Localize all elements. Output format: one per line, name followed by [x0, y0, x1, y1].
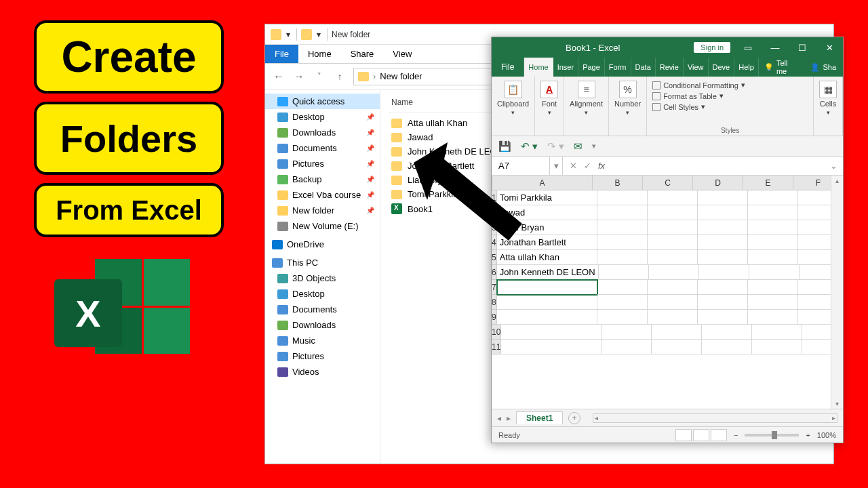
grid-row[interactable]: 4Jonathan Bartlett	[492, 235, 843, 250]
cell[interactable]	[652, 340, 702, 354]
cell[interactable]	[748, 250, 798, 265]
enter-formula-icon[interactable]: ✓	[584, 161, 591, 171]
grid-row[interactable]: 5Atta ullah Khan	[492, 250, 843, 265]
qat-dropdown-icon[interactable]: ▾	[592, 142, 596, 150]
mail-icon[interactable]: ✉	[574, 140, 583, 152]
sidebar-item-3dobjects[interactable]: 3D Objects	[265, 270, 380, 286]
row-header[interactable]: 10	[492, 325, 501, 340]
tab-formulas[interactable]: Form	[605, 58, 631, 77]
cell[interactable]	[648, 220, 698, 235]
tellme-search[interactable]: 💡Tell me	[759, 58, 804, 77]
cell[interactable]	[599, 265, 649, 280]
name-box-dropdown-icon[interactable]: ▾	[550, 161, 562, 171]
cells-button[interactable]: ▦Cells▾	[819, 81, 837, 116]
cell[interactable]	[698, 220, 748, 235]
tab-home[interactable]: Home	[524, 58, 553, 77]
grid-row[interactable]: 11	[492, 340, 843, 354]
tab-help[interactable]: Help	[734, 58, 759, 77]
column-header[interactable]: B	[593, 176, 643, 190]
row-header[interactable]: 6	[492, 265, 497, 280]
nav-recent-icon[interactable]: ˅	[313, 72, 326, 81]
row-header[interactable]: 11	[492, 340, 501, 354]
cell[interactable]	[698, 295, 748, 310]
close-icon[interactable]: ✕	[816, 37, 843, 58]
nav-up-icon[interactable]: ↑	[333, 71, 347, 82]
cell[interactable]	[597, 235, 648, 250]
tab-view[interactable]: View	[684, 58, 709, 77]
tab-page[interactable]: Page	[578, 58, 605, 77]
sheet-nav-next-icon[interactable]: ▸	[507, 413, 511, 423]
sidebar-item-documents[interactable]: Documents📌	[265, 140, 380, 156]
cell[interactable]	[648, 235, 698, 250]
redo-icon[interactable]: ↷ ▾	[547, 140, 564, 152]
cell[interactable]	[648, 280, 698, 295]
cell[interactable]	[597, 280, 648, 295]
nav-back-icon[interactable]: ←	[272, 70, 285, 83]
save-icon[interactable]: 💾	[498, 140, 511, 152]
cell[interactable]: Jonathan Bartlett	[497, 235, 597, 250]
grid-row[interactable]: 10	[492, 325, 843, 340]
tab-file[interactable]: File	[492, 58, 524, 77]
sidebar-item-videos[interactable]: Videos	[265, 364, 380, 380]
cell[interactable]	[749, 265, 800, 280]
column-header[interactable]: C	[643, 176, 693, 190]
number-button[interactable]: %Number▾	[614, 81, 641, 116]
sidebar-item-music[interactable]: Music	[265, 333, 380, 348]
tab-data[interactable]: Data	[631, 58, 656, 77]
cell[interactable]	[702, 325, 752, 340]
zoom-out-icon[interactable]: −	[734, 431, 738, 439]
normal-view-icon[interactable]	[675, 429, 692, 441]
signin-button[interactable]: Sign in	[694, 42, 730, 53]
row-header[interactable]: 7	[492, 280, 497, 295]
cell[interactable]	[501, 340, 601, 354]
grid-row[interactable]: 1Tomi Parkkila	[492, 190, 843, 205]
share-button[interactable]: 👤Sha	[804, 58, 843, 77]
sidebar-item-newfolder[interactable]: New folder📌	[265, 203, 380, 218]
sidebar-item-pictures-pc[interactable]: Pictures	[265, 348, 380, 364]
horizontal-scrollbar[interactable]: ◂▸	[593, 413, 837, 423]
cell[interactable]	[648, 205, 698, 220]
cell[interactable]	[652, 325, 702, 340]
cell[interactable]	[748, 205, 798, 220]
cell[interactable]	[698, 190, 748, 205]
cell-styles-button[interactable]: Cell Styles ▾	[652, 102, 745, 111]
sidebar-item-excelvba[interactable]: Excel Vba course📌	[265, 187, 380, 203]
cell[interactable]	[601, 340, 652, 354]
cell[interactable]	[597, 205, 648, 220]
cell[interactable]	[698, 235, 748, 250]
row-header[interactable]: 4	[492, 235, 497, 250]
cell[interactable]	[748, 280, 798, 295]
row-header[interactable]: 5	[492, 250, 497, 265]
cell[interactable]	[597, 190, 648, 205]
cell[interactable]	[699, 265, 749, 280]
sidebar-item-onedrive[interactable]: OneDrive	[265, 237, 380, 252]
vertical-scrollbar[interactable]: ▴▾	[831, 176, 843, 409]
sidebar-item-desktop[interactable]: Desktop📌	[265, 109, 380, 125]
fx-icon[interactable]: fx	[598, 161, 605, 171]
page-layout-view-icon[interactable]	[693, 429, 709, 441]
maximize-icon[interactable]: ☐	[789, 37, 816, 58]
cell[interactable]: Jawad	[497, 205, 597, 220]
cancel-formula-icon[interactable]: ✕	[570, 161, 577, 171]
page-break-view-icon[interactable]	[711, 429, 727, 441]
row-header[interactable]: 2	[492, 205, 497, 220]
cell[interactable]	[748, 235, 798, 250]
sidebar-item-thispc[interactable]: This PC	[265, 255, 380, 270]
cell[interactable]: Atta ullah Khan	[497, 250, 597, 265]
cell[interactable]: Liam Bryan	[497, 220, 597, 235]
grid-row[interactable]: 2Jawad	[492, 205, 843, 220]
cell[interactable]	[698, 310, 748, 325]
font-button[interactable]: AFont▾	[540, 81, 558, 116]
conditional-formatting-button[interactable]: Conditional Formatting ▾	[652, 81, 745, 89]
grid-row[interactable]: 3Liam Bryan	[492, 220, 843, 235]
cell[interactable]	[698, 280, 748, 295]
tab-developer[interactable]: Deve	[709, 58, 735, 77]
cell[interactable]	[597, 295, 648, 310]
tab-insert[interactable]: Inser	[553, 58, 578, 77]
ribbon-tab-share[interactable]: Share	[341, 45, 384, 63]
column-header[interactable]: A	[492, 176, 593, 190]
sheet-tab[interactable]: Sheet1	[516, 411, 563, 424]
sidebar-item-quick-access[interactable]: Quick access	[265, 94, 380, 109]
sidebar-item-pictures[interactable]: Pictures📌	[265, 156, 380, 171]
sidebar-item-backup[interactable]: Backup📌	[265, 171, 380, 187]
